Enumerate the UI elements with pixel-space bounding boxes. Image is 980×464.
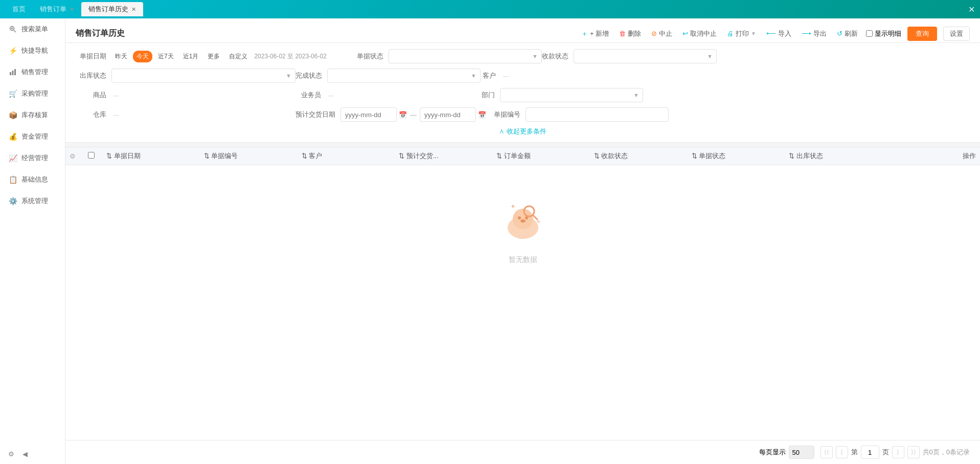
main-layout: 搜索菜单 ⚡ 快捷导航 销售管理 🛒 采购管理 📦 库存核算 💰 资金管理 📈 … — [0, 18, 980, 464]
prev-page-button[interactable]: ⟨ — [836, 446, 848, 458]
col-receipt-status[interactable]: ⇅ 收款状态 — [590, 147, 688, 165]
col-bill-status[interactable]: ⇅ 单据状态 — [688, 147, 785, 165]
receipt-status-select[interactable] — [574, 49, 717, 63]
query-button[interactable]: 查询 — [907, 27, 937, 41]
delivery-date-start[interactable] — [340, 107, 397, 122]
display-checkbox[interactable] — [866, 30, 873, 37]
last-page-button[interactable]: ⟩⟩ — [907, 446, 920, 458]
operation-icon: 📈 — [8, 153, 17, 163]
date-dash: — — [410, 111, 417, 119]
sidebar-item-purchase-mgmt[interactable]: 🛒 采购管理 — [0, 83, 65, 104]
date-range-display: 2023-06-02 至 2023-06-02 — [254, 52, 326, 61]
delivery-date-end[interactable] — [420, 107, 476, 122]
suspend-button[interactable]: ⊘ 中止 — [649, 27, 674, 40]
salesperson-label: 业务员 — [295, 91, 326, 100]
date-btn-more[interactable]: 更多 — [204, 51, 223, 62]
col-customer[interactable]: ⇅ 客户 — [298, 147, 395, 165]
salesperson-ellipsis[interactable]: ··· — [326, 92, 336, 99]
settings-button[interactable]: 设置 — [943, 27, 970, 41]
sidebar-item-quick-nav[interactable]: ⚡ 快捷导航 — [0, 40, 65, 61]
date-quick-btns: 昨天 今天 近7天 近1月 更多 自定义 — [111, 51, 251, 62]
customer-ellipsis[interactable]: ··· — [501, 72, 511, 80]
data-table: ⚙ ⇅ 单据日期 ⇅ 单据编号 ⇅ 客户 — [65, 147, 980, 165]
sidebar-settings-icon[interactable]: ⚙ — [8, 450, 14, 458]
sidebar-item-search-menu[interactable]: 搜索菜单 — [0, 18, 65, 40]
col-customer-label: ⇅ 客户 — [302, 152, 323, 160]
department-select[interactable] — [500, 88, 643, 102]
collapse-row[interactable]: ∧ 收起更多条件 — [76, 127, 970, 136]
display-toggle[interactable]: 显示明细 — [866, 29, 901, 38]
inventory-icon: 📦 — [8, 111, 17, 120]
svg-rect-4 — [10, 72, 11, 75]
tab-sales-order[interactable]: 销售订单 ✕ — [33, 2, 81, 16]
sidebar-collapse-icon[interactable]: ◀ — [22, 450, 28, 458]
col-delivery[interactable]: ⇅ 预计交货... — [395, 147, 492, 165]
sidebar-item-sales-mgmt[interactable]: 销售管理 — [0, 61, 65, 83]
sidebar-item-system-mgmt[interactable]: ⚙️ 系统管理 — [0, 190, 65, 212]
first-page-button[interactable]: ⟨⟨ — [821, 446, 833, 458]
calendar-start-icon[interactable]: 📅 — [399, 111, 407, 119]
close-history-tab[interactable]: ✕ — [131, 6, 136, 13]
sidebar-item-operation[interactable]: 📈 经营管理 — [0, 147, 65, 169]
table-gear-icon[interactable]: ⚙ — [70, 152, 76, 160]
filter-section: 单据日期 昨天 今天 近7天 近1月 更多 自定义 2023-06-02 至 2… — [65, 43, 980, 143]
bill-status-select[interactable] — [389, 49, 542, 63]
col-bill-no[interactable]: ⇅ 单据编号 — [200, 147, 298, 165]
date-btn-custom[interactable]: 自定义 — [225, 51, 251, 62]
refresh-button[interactable]: ↺ 刷新 — [835, 27, 860, 40]
page-number-input[interactable] — [861, 446, 879, 459]
col-delivery-status[interactable]: ⇅ 出库状态 — [785, 147, 882, 165]
col-amount[interactable]: ⇅ 订单金额 — [492, 147, 590, 165]
svg-line-1 — [14, 30, 16, 32]
sidebar-item-quick-nav-label: 快捷导航 — [21, 46, 48, 55]
cancel-button[interactable]: ↩ 取消中止 — [680, 27, 719, 40]
tab-sales-order-label: 销售订单 — [40, 5, 66, 14]
tab-home[interactable]: 首页 — [5, 2, 33, 16]
top-bar: 首页 销售订单 ✕ 销售订单历史 ✕ ✕ — [0, 0, 980, 18]
warehouse-ellipsis[interactable]: ··· — [111, 111, 121, 119]
new-button[interactable]: ＋ + 新增 — [579, 27, 611, 40]
sidebar-item-basic-info-label: 基础信息 — [21, 175, 48, 184]
export-button[interactable]: ⟶ 导出 — [800, 27, 829, 40]
svg-point-8 — [513, 209, 533, 229]
sidebar-item-basic-info[interactable]: 📋 基础信息 — [0, 169, 65, 190]
search-menu-icon — [8, 25, 17, 34]
tab-home-label: 首页 — [12, 5, 26, 14]
date-btn-1month[interactable]: 近1月 — [179, 51, 202, 62]
per-page-select[interactable]: 10 20 50 100 — [789, 446, 814, 459]
svg-rect-6 — [14, 69, 16, 75]
completion-status-select[interactable] — [327, 69, 481, 83]
sidebar-item-sales-mgmt-label: 销售管理 — [21, 68, 48, 77]
filter-row-3: 商品 ··· 业务员 ··· 部门 ▼ — [76, 88, 970, 102]
select-all-checkbox[interactable] — [88, 152, 95, 159]
sidebar-item-search-menu-label: 搜索菜单 — [21, 25, 48, 34]
calendar-end-icon[interactable]: 📅 — [478, 111, 486, 119]
warehouse-label: 仓库 — [76, 110, 111, 119]
sidebar-item-inventory[interactable]: 📦 库存核算 — [0, 104, 65, 126]
window-close-button[interactable]: ✕ — [968, 5, 975, 14]
import-button[interactable]: ⟵ 导入 — [764, 27, 793, 40]
next-page-button[interactable]: ⟩ — [892, 446, 904, 458]
sidebar-bottom: ⚙ ◀ — [0, 444, 65, 464]
close-sales-order-tab[interactable]: ✕ — [70, 6, 74, 13]
date-btn-7days[interactable]: 近7天 — [154, 51, 177, 62]
department-label: 部门 — [480, 91, 500, 100]
date-btn-today[interactable]: 今天 — [133, 51, 152, 62]
bill-number-input[interactable] — [526, 107, 669, 122]
tab-sales-order-history[interactable]: 销售订单历史 ✕ — [81, 2, 143, 16]
table-header-row: ⚙ ⇅ 单据日期 ⇅ 单据编号 ⇅ 客户 — [65, 147, 980, 165]
empty-text: 暂无数据 — [509, 255, 537, 264]
print-dropdown-icon: ▼ — [751, 31, 756, 36]
date-btn-yesterday[interactable]: 昨天 — [111, 51, 131, 62]
filter-row-1: 单据日期 昨天 今天 近7天 近1月 更多 自定义 2023-06-02 至 2… — [76, 49, 970, 63]
print-button[interactable]: 🖨 打印 ▼ — [725, 27, 758, 40]
page-label: 第 — [851, 448, 858, 457]
goods-ellipsis[interactable]: ··· — [111, 92, 121, 99]
bill-status-label: 单据状态 — [357, 52, 389, 61]
customer-label: 客户 — [481, 71, 501, 80]
col-date[interactable]: ⇅ 单据日期 — [102, 147, 200, 165]
delivery-status-select[interactable] — [111, 69, 295, 83]
delete-button[interactable]: 🗑 删除 — [617, 27, 643, 40]
sidebar-item-finance[interactable]: 💰 资金管理 — [0, 126, 65, 147]
per-page-wrap: 每页显示 10 20 50 100 — [759, 446, 814, 459]
